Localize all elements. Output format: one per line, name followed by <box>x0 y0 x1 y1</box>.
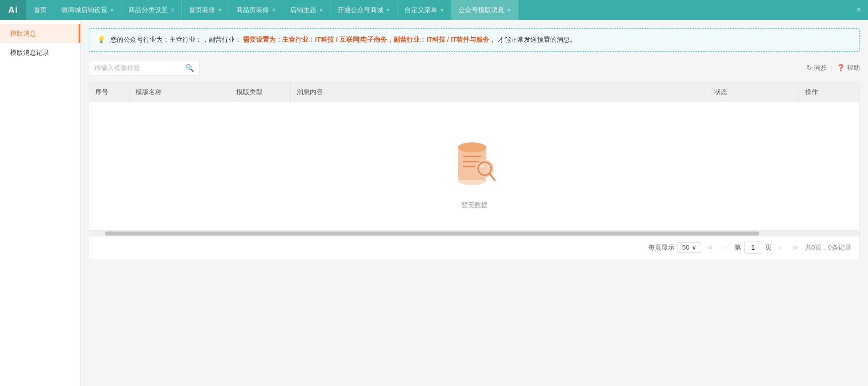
pagination: 每页显示 50 ∨ ⊲ ‹ 第 页 › ⊳ 共0页，0条记录 <box>89 236 859 259</box>
search-input[interactable] <box>94 64 185 71</box>
col-seq: 序号 <box>89 83 129 102</box>
tab-item-home-decor[interactable]: 首页装修 × <box>182 0 229 20</box>
tab-item-open-mall[interactable]: 开通公众号商城 × <box>330 0 397 20</box>
page-size-select[interactable]: 50 ∨ <box>678 242 701 253</box>
sidebar-item-template-msg[interactable]: 模版消息 <box>0 24 80 43</box>
page-di-label: 第 <box>735 243 741 252</box>
total-info: 共0页，0条记录 <box>805 243 851 252</box>
notice-text-prefix: 您的公众号行业为：主营行业：，副营行业： <box>110 36 241 43</box>
tab-item-wshop-settings[interactable]: 微商城店铺设置 × <box>54 0 121 20</box>
tab-close-custom-menu[interactable]: × <box>440 7 444 13</box>
col-type: 模版类型 <box>230 83 291 102</box>
tab-close-product-decor[interactable]: × <box>272 7 276 13</box>
table-header: 序号 模版名称 模版类型 消息内容 状态 操作 <box>89 83 859 102</box>
col-name: 模版名称 <box>129 83 230 102</box>
page-label: 页 <box>765 243 772 252</box>
app-logo: Ai <box>0 0 27 20</box>
sync-label: 同步 <box>814 63 827 72</box>
col-content: 消息内容 <box>291 83 708 102</box>
sidebar: 模版消息模版消息记录 <box>0 20 81 386</box>
data-table: 序号 模版名称 模版类型 消息内容 状态 操作 <box>89 82 860 259</box>
toolbar-right: ↻ 同步 | ❓ 帮助 <box>807 63 860 72</box>
divider: | <box>831 64 833 71</box>
horizontal-scrollbar[interactable] <box>89 230 859 236</box>
page-size-value: 50 <box>682 244 689 251</box>
scrollbar-thumb[interactable] <box>105 231 760 236</box>
last-page-button[interactable]: ⊳ <box>790 242 802 254</box>
first-page-button[interactable]: ⊲ <box>704 242 716 254</box>
dropdown-icon: ∨ <box>692 244 697 251</box>
search-box[interactable]: 🔍 <box>89 60 199 76</box>
tab-item-home[interactable]: 首页 <box>27 0 54 20</box>
sidebar-items: 模版消息模版消息记录 <box>0 24 80 62</box>
tab-close-wshop-settings[interactable]: × <box>110 7 114 13</box>
help-label: 帮助 <box>847 63 860 72</box>
main-content: 💡 您的公众号行业为：主营行业：，副营行业： 需要设置为：主营行业：IT科技 /… <box>81 20 868 386</box>
notice-banner: 💡 您的公众号行业为：主营行业：，副营行业： 需要设置为：主营行业：IT科技 /… <box>89 28 860 52</box>
empty-text: 暂无数据 <box>461 201 488 210</box>
empty-illustration <box>444 132 505 193</box>
refresh-icon: ↻ <box>807 64 812 71</box>
page-number-input[interactable] <box>744 242 762 254</box>
col-action: 操作 <box>799 83 859 102</box>
prev-page-button[interactable]: ‹ <box>719 242 731 254</box>
tab-close-product-category[interactable]: × <box>171 7 174 13</box>
main-layout: 模版消息模版消息记录 💡 您的公众号行业为：主营行业：，副营行业： 需要设置为：… <box>0 20 868 386</box>
tabs-container: 首页微商城店铺设置 ×商品分类设置 ×首页装修 ×商品页装修 ×店铺主题 ×开通… <box>27 0 849 20</box>
tab-item-product-category[interactable]: 商品分类设置 × <box>121 0 182 20</box>
notice-text-suffix: 才能正常发送预置的消息。 <box>498 36 576 43</box>
help-icon: ❓ <box>837 64 845 71</box>
svg-point-2 <box>458 142 486 152</box>
notice-highlight: 需要设置为：主营行业：IT科技 / 互联网|电子商务，副营行业：IT科技 / I… <box>243 36 496 43</box>
tab-item-product-decor[interactable]: 商品页装修 × <box>229 0 283 20</box>
tab-bar: Ai 首页微商城店铺设置 ×商品分类设置 ×首页装修 ×商品页装修 ×店铺主题 … <box>0 0 868 20</box>
tab-close-open-mall[interactable]: × <box>386 7 390 13</box>
empty-state: 暂无数据 <box>89 102 859 230</box>
sync-button[interactable]: ↻ 同步 <box>807 63 827 72</box>
help-button[interactable]: ❓ 帮助 <box>837 63 860 72</box>
col-status: 状态 <box>708 83 799 102</box>
search-icon[interactable]: 🔍 <box>185 64 194 72</box>
page-size-label: 每页显示 <box>648 243 675 252</box>
tab-close-home-decor[interactable]: × <box>218 7 222 13</box>
notice-icon: 💡 <box>97 36 105 43</box>
toolbar: 🔍 ↻ 同步 | ❓ 帮助 <box>89 60 860 76</box>
svg-point-9 <box>481 165 484 168</box>
tab-item-custom-menu[interactable]: 自定义菜单 × <box>397 0 451 20</box>
svg-line-8 <box>490 174 495 180</box>
tab-item-template-msg[interactable]: 公众号模版消息 × <box>451 0 518 20</box>
tab-item-shop-theme[interactable]: 店铺主题 × <box>283 0 330 20</box>
tab-close-shop-theme[interactable]: × <box>319 7 323 13</box>
global-close-button[interactable]: × <box>849 6 868 15</box>
next-page-button[interactable]: › <box>775 242 787 254</box>
tab-close-template-msg[interactable]: × <box>507 7 511 13</box>
sidebar-item-template-msg-record[interactable]: 模版消息记录 <box>0 43 80 62</box>
